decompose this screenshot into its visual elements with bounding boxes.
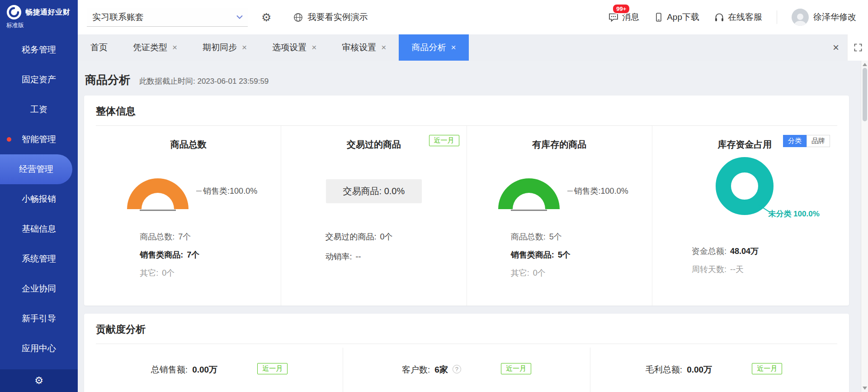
tab-option-settings[interactable]: 选项设置× — [259, 34, 329, 61]
sidebar-item-label: 应用中心 — [22, 344, 56, 353]
account-select[interactable]: 实习联系账套 — [87, 8, 248, 27]
online-service-button[interactable]: 在线客服 — [714, 11, 762, 23]
sidebar-item-business-management[interactable]: 经营管理 — [0, 154, 72, 184]
panel-title: 有库存的商品 — [471, 139, 648, 151]
tab-close-icon[interactable]: × — [311, 43, 316, 53]
demo-link[interactable]: 我要看实例演示 — [293, 11, 368, 23]
logo-icon — [6, 5, 22, 20]
sidebar-item-payroll[interactable]: 工资 — [0, 95, 78, 124]
sidebar-item-enterprise-collaboration[interactable]: 企业协同 — [0, 274, 78, 304]
toggle-brand-button[interactable]: 品牌 — [807, 135, 830, 147]
divider — [777, 10, 777, 24]
tab-product-analysis[interactable]: 商品分析× — [399, 34, 468, 61]
stat-label: 动销率: — [325, 252, 352, 261]
person-icon — [792, 12, 809, 26]
period-badge[interactable]: 近一月 — [429, 135, 459, 146]
vertical-scrollbar[interactable] — [861, 61, 868, 392]
stat-label: 周转天数: — [692, 265, 726, 274]
sidebar-settings-gear-icon[interactable]: ⚙ — [34, 375, 43, 387]
contribution-metrics: 总销售额: 0.00万 近一月 客户数: 6家 ? 近一月 毛利总额: 0.00… — [96, 348, 837, 392]
tab-label: 期初同步 — [203, 42, 237, 53]
panel-stocked-products: 有库存的商品 销售类:100.0% 商品总数:5个 销售类商品:5个 其它:0个 — [467, 126, 652, 306]
tab-close-icon[interactable]: × — [242, 43, 247, 53]
sidebar-item-basic-information[interactable]: 基础信息 — [0, 214, 78, 244]
metric-gross-profit: 毛利总额: 0.00万 近一月 — [590, 348, 837, 392]
sidebar-item-label: 经营管理 — [19, 164, 53, 174]
sidebar-item-beginner-guide[interactable]: 新手引导 — [0, 304, 78, 334]
tab-voucher-type[interactable]: 凭证类型× — [120, 34, 190, 61]
sidebar-menu: 税务管理 固定资产 工资 智能管理 经营管理 小畅报销 基础信息 系统管理 企业… — [0, 35, 78, 363]
gauge-label: 销售类:100.0% — [567, 186, 628, 196]
online-service-label: 在线客服 — [728, 11, 762, 23]
topbar: 实习联系账套 ⚙ 我要看实例演示 99+ 消息 App下载 — [78, 0, 868, 34]
tabbar-close-button[interactable]: × — [833, 34, 839, 61]
tab-close-icon[interactable]: × — [172, 43, 177, 53]
scrollbar-thumb[interactable] — [863, 68, 867, 121]
stat-row: 动销率:-- — [325, 251, 422, 262]
gauge-chart-stocked-products — [491, 170, 567, 212]
panel-traded-products: 近一月 交易过的商品 交易商品: 0.0% 交易过的商品:0个 动销率:-- — [281, 126, 466, 306]
tab-home[interactable]: 首页 — [78, 34, 120, 61]
username: 徐泽华修改 — [813, 11, 856, 23]
scroll-up-arrow[interactable] — [863, 63, 867, 66]
gauge-chart-total-products — [119, 170, 196, 212]
page-title: 商品分析 — [85, 72, 130, 87]
tab-close-icon[interactable]: × — [451, 43, 456, 53]
sidebar-item-label: 税务管理 — [22, 45, 56, 54]
chevron-down-icon — [236, 15, 243, 19]
sidebar-item-system-management[interactable]: 系统管理 — [0, 244, 78, 274]
demo-globe-icon — [293, 12, 303, 23]
tab-audit-settings[interactable]: 审核设置× — [329, 34, 399, 61]
sidebar-item-smart-management[interactable]: 智能管理 — [0, 124, 78, 154]
contribution-card: 贡献度分析 总销售额: 0.00万 近一月 客户数: 6家 ? 近一月 毛利总额 — [84, 314, 849, 392]
sidebar-item-label: 工资 — [30, 105, 47, 114]
period-badge[interactable]: 近一月 — [257, 363, 288, 374]
app-logo[interactable]: 畅捷通好业财 标准版 — [0, 0, 78, 31]
donut-label: 未分类 100.0% — [768, 209, 819, 219]
panel-total-products: 商品总数 销售类:100.0% 商品总数:7个 销售类商品:7个 其它:0个 — [96, 126, 281, 306]
stat-value: -- — [355, 252, 361, 261]
sidebar-item-label: 固定资产 — [22, 75, 56, 84]
overview-card: 整体信息 商品总数 销售类:100.0% 商品总数:7个 — [84, 96, 849, 306]
period-badge[interactable]: 近一月 — [752, 363, 782, 374]
stat-label: 其它: — [140, 268, 158, 277]
logo-subtitle: 标准版 — [6, 21, 72, 29]
stat-value: 48.04万 — [730, 247, 759, 256]
app-root: 畅捷通好业财 标准版 税务管理 固定资产 工资 智能管理 经营管理 小畅报销 基… — [0, 0, 868, 392]
stat-label: 销售类商品: — [140, 250, 183, 259]
classification-toggle: 分类 品牌 — [783, 135, 830, 147]
user-menu[interactable]: 徐泽华修改 — [792, 9, 856, 26]
stat-value: 7个 — [178, 232, 191, 241]
gauge-label-text: 销售类:100.0% — [203, 186, 257, 196]
tab-label: 凭证类型 — [133, 42, 167, 53]
help-icon[interactable]: ? — [453, 365, 461, 373]
sidebar-item-fixed-assets[interactable]: 固定资产 — [0, 65, 78, 95]
metric-value: 0.00万 — [192, 364, 217, 376]
stat-row: 商品总数:7个 — [140, 231, 237, 242]
sidebar-item-expense-reimbursement[interactable]: 小畅报销 — [0, 184, 78, 214]
sidebar-item-app-center[interactable]: 应用中心 — [0, 334, 78, 363]
toggle-category-button[interactable]: 分类 — [783, 135, 807, 147]
tab-bar: 首页 凭证类型× 期初同步× 选项设置× 审核设置× 商品分析× × — [78, 34, 868, 61]
avatar — [792, 9, 809, 26]
period-badge[interactable]: 近一月 — [501, 363, 531, 374]
sidebar-item-tax-management[interactable]: 税务管理 — [0, 35, 78, 65]
app-download-button[interactable]: App下载 — [654, 11, 699, 23]
fullscreen-button[interactable] — [847, 34, 868, 61]
sidebar: 畅捷通好业财 标准版 税务管理 固定资产 工资 智能管理 经营管理 小畅报销 基… — [0, 0, 78, 392]
stat-row: 销售类商品:7个 — [140, 249, 237, 260]
tab-initial-sync[interactable]: 期初同步× — [190, 34, 259, 61]
stat-value: 5个 — [558, 250, 571, 259]
stat-row: 销售类商品:5个 — [511, 249, 608, 260]
messages-badge: 99+ — [612, 4, 630, 14]
stat-value: 7个 — [187, 250, 199, 259]
sidebar-item-label: 系统管理 — [22, 254, 56, 263]
headset-icon — [714, 12, 725, 23]
account-settings-gear-icon[interactable]: ⚙ — [261, 11, 271, 24]
section-title-overview: 整体信息 — [96, 105, 837, 126]
tab-close-icon[interactable]: × — [381, 43, 386, 53]
overview-panels: 商品总数 销售类:100.0% 商品总数:7个 销售类商品:7个 其它:0个 — [96, 126, 837, 306]
messages-button[interactable]: 99+ 消息 — [608, 11, 639, 23]
gauge-label-text: 销售类:100.0% — [574, 186, 628, 196]
scroll-down-arrow[interactable] — [863, 387, 867, 390]
